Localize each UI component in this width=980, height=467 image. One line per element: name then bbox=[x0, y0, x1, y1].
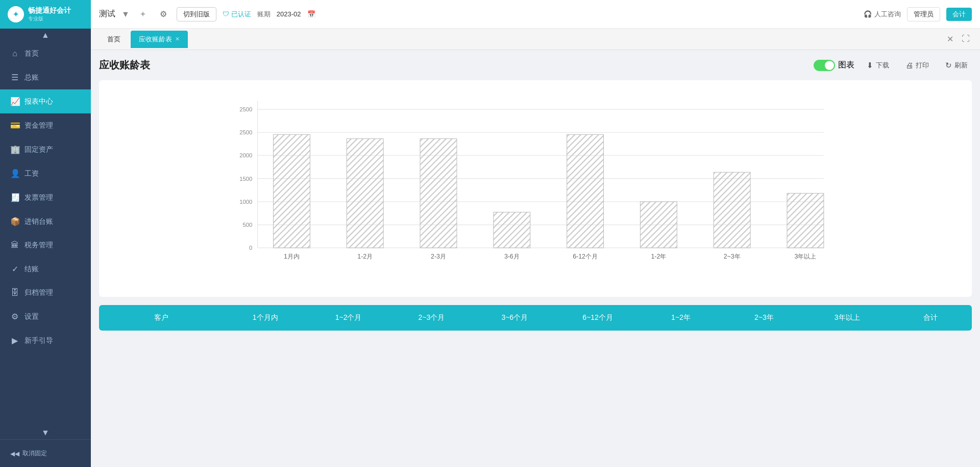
svg-rect-28 bbox=[714, 172, 750, 248]
refresh-icon: ↻ bbox=[945, 61, 952, 70]
svg-text:1500: 1500 bbox=[239, 176, 252, 182]
add-button[interactable]: ＋ bbox=[136, 7, 150, 21]
svg-text:1-2月: 1-2月 bbox=[357, 253, 373, 260]
chart-toggle[interactable]: 图表 bbox=[814, 60, 854, 71]
home-icon: ⌂ bbox=[10, 49, 19, 58]
switch-track[interactable] bbox=[814, 60, 835, 71]
sidebar-menu: ⌂ 首页 ☰ 总账 📈 报表中心 💳 资金管理 🏢 固定资产 👤 工资 🧾 发票… bbox=[0, 42, 91, 426]
logo-text: 畅捷通好会计 专业版 bbox=[28, 6, 71, 22]
svg-text:1-2年: 1-2年 bbox=[651, 253, 666, 260]
col-2-3month: 2~3个月 bbox=[390, 305, 473, 331]
tab-bar: 首页 应收账龄表 ✕ ✕ ⛶ bbox=[91, 29, 980, 50]
sidebar-item-tax[interactable]: 🏛 税务管理 bbox=[0, 233, 91, 257]
svg-rect-20 bbox=[420, 138, 457, 248]
svg-rect-16 bbox=[273, 134, 310, 248]
col-customer: 客户 bbox=[99, 305, 224, 331]
svg-text:2500: 2500 bbox=[239, 129, 252, 135]
period-value: 2023-02 bbox=[277, 10, 301, 18]
page-header: 应收账龄表 图表 ⬇ 下载 🖨 打印 ↻ 刷新 bbox=[99, 58, 972, 72]
assets-icon: 🏢 bbox=[10, 145, 19, 154]
sidebar-item-guide[interactable]: ▶ 新手引导 bbox=[0, 329, 91, 353]
settings-button[interactable]: ⚙ bbox=[156, 7, 170, 21]
scroll-up-arrow[interactable]: ▲ bbox=[0, 29, 91, 42]
switch-thumb bbox=[825, 61, 834, 70]
tab-home[interactable]: 首页 bbox=[99, 31, 129, 48]
col-1-2month: 1~2个月 bbox=[307, 305, 390, 331]
download-button[interactable]: ⬇ 下载 bbox=[863, 59, 893, 72]
sidebar-item-invoices[interactable]: 🧾 发票管理 bbox=[0, 185, 91, 209]
module-dropdown-arrow[interactable]: ▼ bbox=[121, 10, 130, 19]
consult-button[interactable]: 🎧 人工咨询 bbox=[864, 10, 901, 19]
refresh-button[interactable]: ↻ 刷新 bbox=[941, 59, 972, 72]
svg-rect-18 bbox=[347, 138, 383, 248]
funds-icon: 💳 bbox=[10, 121, 19, 130]
sidebar-item-ledger[interactable]: ☰ 总账 bbox=[0, 65, 91, 89]
sales-icon: 📦 bbox=[10, 217, 19, 226]
col-3year-plus: 3年以上 bbox=[805, 305, 889, 331]
headset-icon: 🎧 bbox=[864, 10, 872, 18]
shield-icon: 🛡 bbox=[223, 10, 229, 18]
ledger-icon: ☰ bbox=[10, 73, 19, 82]
col-1month: 1个月内 bbox=[224, 305, 307, 331]
checkout-icon: ✓ bbox=[10, 264, 19, 274]
app-logo: ✦ 畅捷通好会计 专业版 bbox=[0, 0, 91, 29]
admin-button[interactable]: 管理员 bbox=[907, 7, 940, 21]
main-area: 测试 ▼ ＋ ⚙ 切到旧版 🛡 已认证 账期 2023-02 📅 🎧 人工咨询 … bbox=[91, 0, 980, 467]
svg-text:2000: 2000 bbox=[239, 152, 252, 158]
module-name: 测试 bbox=[99, 9, 115, 19]
svg-text:2500: 2500 bbox=[239, 106, 252, 112]
tab-actions: ✕ ⛶ bbox=[945, 32, 972, 46]
svg-text:1000: 1000 bbox=[239, 199, 252, 205]
svg-rect-22 bbox=[494, 212, 530, 248]
svg-text:6-12个月: 6-12个月 bbox=[573, 253, 598, 260]
sidebar-item-home[interactable]: ⌂ 首页 bbox=[0, 42, 91, 65]
table-header-row: 客户 1个月内 1~2个月 2~3个月 3~6个月 6~12个月 1~2年 2~… bbox=[99, 305, 972, 331]
sidebar-item-funds[interactable]: 💳 资金管理 bbox=[0, 113, 91, 137]
sidebar-item-checkout[interactable]: ✓ 结账 bbox=[0, 257, 91, 281]
tax-icon: 🏛 bbox=[10, 241, 19, 250]
print-button[interactable]: 🖨 打印 bbox=[901, 59, 933, 72]
sidebar-item-reports[interactable]: 📈 报表中心 bbox=[0, 89, 91, 113]
wages-icon: 👤 bbox=[10, 169, 19, 178]
col-total: 合计 bbox=[889, 305, 972, 331]
sidebar-item-assets[interactable]: 🏢 固定资产 bbox=[0, 137, 91, 161]
svg-rect-30 bbox=[787, 193, 824, 248]
reports-icon: 📈 bbox=[10, 97, 19, 106]
logo-icon: ✦ bbox=[8, 6, 24, 22]
download-icon: ⬇ bbox=[867, 61, 873, 70]
top-header: 测试 ▼ ＋ ⚙ 切到旧版 🛡 已认证 账期 2023-02 📅 🎧 人工咨询 … bbox=[91, 0, 980, 29]
print-icon: 🖨 bbox=[905, 61, 913, 69]
sidebar-item-wages[interactable]: 👤 工资 bbox=[0, 161, 91, 185]
role-button[interactable]: 会计 bbox=[946, 8, 972, 21]
svg-text:3年以上: 3年以上 bbox=[794, 253, 816, 260]
expand-button[interactable]: ⛶ bbox=[960, 32, 972, 46]
page-title: 应收账龄表 bbox=[99, 58, 150, 72]
svg-text:500: 500 bbox=[243, 222, 253, 228]
pin-icon: ◀◀ bbox=[10, 450, 19, 457]
scroll-down-arrow[interactable]: ▼ bbox=[0, 426, 91, 439]
switch-old-version-button[interactable]: 切到旧版 bbox=[177, 7, 216, 21]
col-2-3year: 2~3年 bbox=[722, 305, 805, 331]
cancel-fixed-button[interactable]: ◀◀ 取消固定 bbox=[8, 445, 83, 462]
col-6-12month: 6~12个月 bbox=[556, 305, 640, 331]
col-3-6month: 3~6个月 bbox=[473, 305, 556, 331]
sidebar-item-settings[interactable]: ⚙ 设置 bbox=[0, 305, 91, 329]
invoices-icon: 🧾 bbox=[10, 193, 19, 202]
svg-text:1月内: 1月内 bbox=[284, 253, 300, 260]
sidebar-item-sales[interactable]: 📦 进销台账 bbox=[0, 209, 91, 233]
tab-close-icon[interactable]: ✕ bbox=[175, 36, 180, 42]
sidebar-item-archive[interactable]: 🗄 归档管理 bbox=[0, 281, 91, 305]
bar-chart: 0 500 1000 1500 2000 2500 2500 1月内 1-2月 bbox=[109, 90, 962, 285]
svg-rect-26 bbox=[640, 202, 677, 248]
sidebar-bottom: ◀◀ 取消固定 bbox=[0, 439, 91, 467]
tab-aging[interactable]: 应收账龄表 ✕ bbox=[131, 31, 188, 48]
archive-icon: 🗄 bbox=[10, 288, 19, 297]
svg-text:2-3月: 2-3月 bbox=[431, 253, 446, 260]
close-tab-button[interactable]: ✕ bbox=[945, 32, 955, 46]
aging-table: 客户 1个月内 1~2个月 2~3个月 3~6个月 6~12个月 1~2年 2~… bbox=[99, 305, 972, 331]
svg-text:3-6月: 3-6月 bbox=[504, 253, 520, 260]
certified-badge: 🛡 已认证 bbox=[223, 10, 251, 19]
calendar-icon[interactable]: 📅 bbox=[307, 10, 315, 18]
toolbar: 图表 ⬇ 下载 🖨 打印 ↻ 刷新 bbox=[814, 59, 972, 72]
period-label: 账期 bbox=[257, 10, 271, 19]
